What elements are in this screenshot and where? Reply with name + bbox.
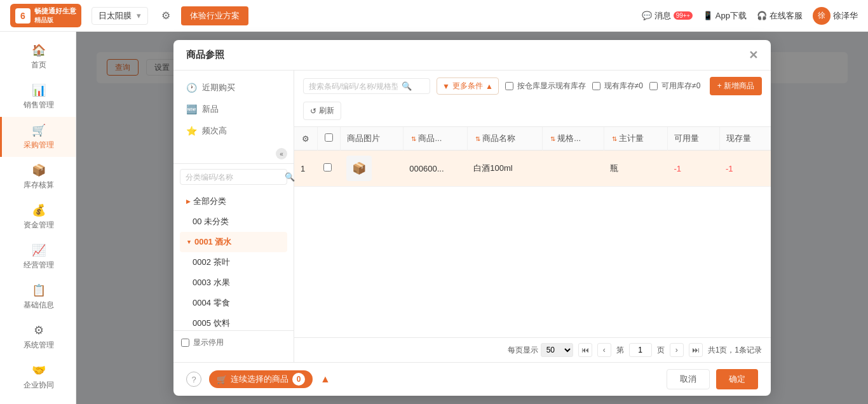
- category-search-input[interactable]: [186, 173, 281, 182]
- frequent-icon: ⭐: [186, 126, 197, 136]
- page-last-btn[interactable]: ⏭: [689, 343, 703, 357]
- current-stock-checkbox[interactable]: [592, 82, 600, 90]
- th-image: 商品图片: [340, 127, 403, 151]
- th-settings[interactable]: ⚙: [294, 127, 317, 151]
- th-name[interactable]: ⇅ 商品名称: [467, 127, 542, 151]
- pagination-bar: 每页显示 10 20 50 100 ⏮ ‹ 第: [294, 337, 771, 362]
- left-panel-tabs: 🕐 近期购买 🆕 新品 ⭐ 频次高: [173, 78, 294, 140]
- page-next-btn[interactable]: ›: [670, 343, 684, 357]
- category-item-drink[interactable]: 0005 饮料: [180, 313, 287, 328]
- toolbar: 🔍 ▼ 更多条件 ▲ 按仓库显示现有库存: [294, 71, 771, 127]
- th-checkbox[interactable]: [317, 127, 340, 151]
- warehouse-checkbox[interactable]: [505, 82, 513, 90]
- td-rownum: 1: [294, 151, 317, 187]
- footer-collapse-arrow[interactable]: ▲: [320, 374, 330, 385]
- display-disabled-label[interactable]: 显示停用: [193, 337, 224, 348]
- left-tab-new[interactable]: 🆕 新品: [180, 100, 287, 119]
- th-available: 可用量: [667, 127, 719, 151]
- warehouse-checkbox-label[interactable]: 按仓库显示现有库存: [517, 81, 586, 91]
- more-filter-button[interactable]: ▼ 更多条件 ▲: [437, 77, 499, 95]
- sidebar-item-enterprise[interactable]: 🤝 企业协同: [0, 357, 76, 397]
- category-list: 全部分类 00 未分类 0001 酒水 0002 茶叶: [173, 191, 294, 328]
- available-stock-label[interactable]: 可用库存≠0: [661, 81, 700, 91]
- page-first-btn[interactable]: ⏮: [578, 343, 592, 357]
- page-prev-btn[interactable]: ‹: [597, 343, 611, 357]
- total-info: 共1页，1条记录: [708, 345, 762, 356]
- sidebar-item-system[interactable]: ⚙ 系统管理: [0, 317, 76, 357]
- inventory-icon: 📦: [32, 163, 46, 177]
- cancel-button[interactable]: 取消: [667, 369, 710, 389]
- th-code[interactable]: ⇅ 商品...: [403, 127, 467, 151]
- left-panel: 🕐 近期购买 🆕 新品 ⭐ 频次高: [173, 71, 294, 362]
- current-stock-label[interactable]: 现有库存≠0: [604, 81, 643, 91]
- left-tab-frequent[interactable]: ⭐ 频次高: [180, 121, 287, 140]
- sort-icon-code: ⇅: [411, 135, 416, 142]
- product-search-input[interactable]: [309, 82, 398, 91]
- footer-buttons: 取消 确定: [667, 369, 758, 389]
- user-profile[interactable]: 徐 徐泽华: [813, 7, 858, 25]
- td-unit: 瓶: [604, 151, 667, 187]
- sidebar-item-inventory[interactable]: 📦 库存核算: [0, 157, 76, 197]
- modal-title: 商品参照: [186, 49, 224, 61]
- td-checkbox[interactable]: [317, 151, 340, 187]
- display-disabled-area: 显示停用: [173, 330, 294, 354]
- select-all-checkbox[interactable]: [325, 133, 333, 142]
- refresh-button[interactable]: ↺ 刷新: [303, 102, 341, 120]
- filter-icon: ▼: [442, 82, 450, 91]
- sidebar-item-operations[interactable]: 📈 经营管理: [0, 237, 76, 277]
- category-item-liquor[interactable]: 0001 酒水: [180, 232, 287, 252]
- sidebar-item-sales[interactable]: 📊 销售管理: [0, 77, 76, 117]
- th-spec[interactable]: ⇅ 规格...: [542, 127, 604, 151]
- trial-button[interactable]: 体验行业方案: [181, 6, 248, 25]
- settings-column-icon: ⚙: [302, 134, 309, 144]
- logo: 6 畅捷通好生意 精品版: [10, 4, 81, 27]
- right-panel: 🔍 ▼ 更多条件 ▲ 按仓库显示现有库存: [294, 71, 771, 362]
- sidebar-item-guide[interactable]: 🔰 新手引导: [0, 397, 76, 404]
- refresh-icon: ↺: [310, 107, 316, 116]
- cart-count-badge: 0: [292, 373, 305, 386]
- main-layout: 🏠 首页 📊 销售管理 🛒 采购管理 📦 库存核算 💰 资金管理 📈 经营管理 …: [0, 32, 868, 404]
- page-suffix: 页: [657, 345, 665, 356]
- messages-nav[interactable]: 💬 消息 99++: [642, 10, 693, 22]
- modal-close-button[interactable]: ✕: [749, 50, 758, 61]
- category-item-uncategorized[interactable]: 00 未分类: [180, 212, 287, 232]
- nav-right: 💬 消息 99++ 📱 App下载 🎧 在线客服 徐 徐泽华: [642, 7, 858, 25]
- sidebar-item-purchase[interactable]: 🛒 采购管理: [0, 117, 76, 157]
- row-checkbox[interactable]: [323, 163, 332, 172]
- sidebar-item-finance[interactable]: 💰 资金管理: [0, 197, 76, 237]
- sidebar-item-basic[interactable]: 📋 基础信息: [0, 277, 76, 317]
- continuous-select-cart[interactable]: 🛒 连续选择的商品 0: [209, 370, 313, 388]
- product-table: ⚙ 商品图片: [294, 127, 771, 187]
- category-item-tea[interactable]: 0002 茶叶: [180, 252, 287, 273]
- product-table-container: ⚙ 商品图片: [294, 127, 771, 337]
- confirm-button[interactable]: 确定: [716, 369, 758, 389]
- help-button[interactable]: ?: [186, 372, 201, 387]
- app-download-nav[interactable]: 📱 App下载: [703, 10, 747, 22]
- available-stock-checkbox[interactable]: [649, 82, 658, 90]
- modal-overlay: 商品参照 ✕ 🕐 近期购买 🆕: [76, 32, 868, 404]
- sidebar: 🏠 首页 📊 销售管理 🛒 采购管理 📦 库存核算 💰 资金管理 📈 经营管理 …: [0, 32, 76, 404]
- category-search-box[interactable]: 🔍: [180, 169, 287, 185]
- th-unit[interactable]: ⇅ 主计量: [604, 127, 667, 151]
- display-disabled-checkbox[interactable]: [181, 339, 189, 347]
- td-available: -1: [667, 151, 719, 187]
- category-item-snack[interactable]: 0004 零食: [180, 293, 287, 313]
- current-stock-checkbox-group: 现有库存≠0: [592, 81, 643, 91]
- page-size-select[interactable]: 10 20 50 100: [541, 343, 573, 357]
- category-item-fruit[interactable]: 0003 水果: [180, 273, 287, 293]
- store-selector[interactable]: 日太阳膜 ▾: [92, 7, 148, 25]
- category-item-all[interactable]: 全部分类: [180, 191, 287, 212]
- sort-icon-spec: ⇅: [550, 135, 555, 142]
- filter-up-arrow: ▲: [485, 82, 493, 91]
- collapse-panel-btn[interactable]: «: [276, 148, 287, 159]
- product-search-box[interactable]: 🔍: [303, 78, 430, 94]
- add-product-button[interactable]: + 新增商品: [710, 77, 762, 95]
- online-service-nav[interactable]: 🎧 在线客服: [757, 10, 803, 22]
- modal-body: 🕐 近期购买 🆕 新品 ⭐ 频次高: [173, 71, 771, 362]
- left-tab-recent[interactable]: 🕐 近期购买: [180, 78, 287, 97]
- settings-nav-icon[interactable]: ⚙: [156, 6, 176, 26]
- sidebar-item-home[interactable]: 🏠 首页: [0, 37, 76, 77]
- table-row[interactable]: 1 📦: [294, 151, 771, 187]
- product-search-icon: 🔍: [402, 81, 412, 91]
- page-number-input[interactable]: [629, 343, 652, 357]
